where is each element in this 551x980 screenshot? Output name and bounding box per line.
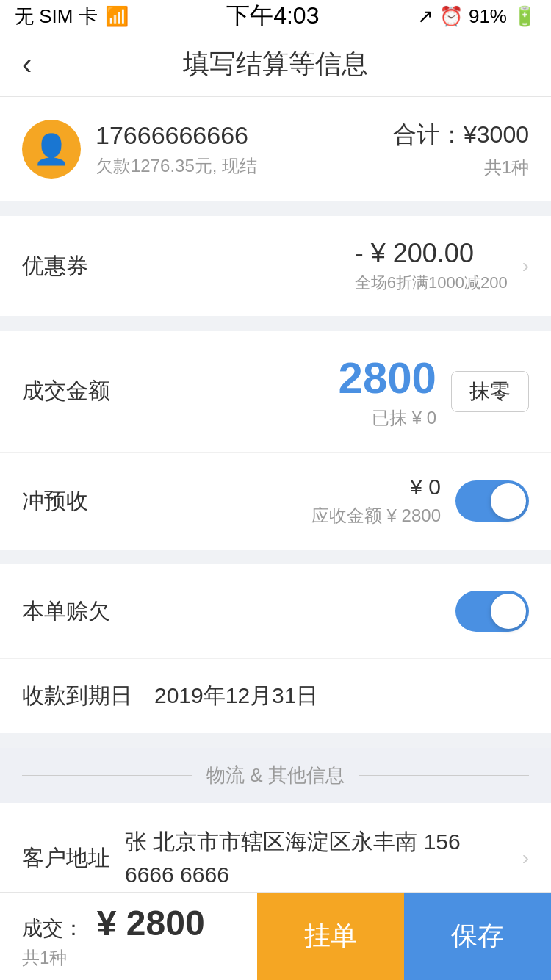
bottom-deal-line: 成交： ¥ 2800 [22,903,235,943]
coupon-row[interactable]: 优惠券 - ¥ 200.00 全场6折满1000减200 › [0,216,551,316]
back-button[interactable]: ‹ [22,48,66,81]
content: 👤 17666666666 欠款1276.35元, 现结 合计：¥3000 共1… [0,97,551,980]
prepay-toggle[interactable] [455,480,529,522]
duedate-value: 2019年12月31日 [154,681,318,711]
wifi-icon: 📶 [105,5,129,28]
divider-line-right [359,775,529,776]
prepay-row: 冲预收 ¥ 0 应收金额 ¥ 2800 [0,452,551,550]
status-time: 下午4:03 [226,0,319,32]
amount-value: 2800 [339,353,436,403]
page-title: 填写结算等信息 [183,46,368,82]
duedate-label: 收款到期日 [22,681,132,711]
hold-button[interactable]: 挂单 [257,893,404,981]
location-icon: ↗ [417,5,433,28]
bottom-summary: 成交： ¥ 2800 共1种 [0,903,257,970]
logistics-label: 物流 & 其他信息 [206,763,345,788]
save-button[interactable]: 保存 [404,893,551,981]
battery-icon: 🔋 [513,5,536,28]
status-bar: 无 SIM 卡 📶 下午4:03 ↗ ⏰ 91% 🔋 [0,0,551,32]
user-left: 👤 17666666666 欠款1276.35元, 现结 [22,120,257,179]
coupon-desc: 全场6折满1000减200 [355,272,508,294]
round-button[interactable]: 抹零 [451,371,529,412]
user-info: 17666666666 欠款1276.35元, 现结 [96,121,257,178]
coupon-discount: - ¥ 200.00 [355,238,508,269]
alarm-icon: ⏰ [439,5,463,28]
divider-line-left [22,775,192,776]
coupon-right: - ¥ 200.00 全场6折满1000减200 › [355,238,529,294]
address-label: 客户地址 [22,843,110,873]
sim-label: 无 SIM 卡 [15,4,98,29]
total-amount: 合计：¥3000 [393,119,529,151]
debt-section: 本单赊欠 收款到期日 2019年12月31日 [0,564,551,733]
battery-label: 91% [469,5,507,28]
prepay-receivable: 应收金额 ¥ 2800 [311,504,441,527]
amount-right: 2800 已抹 ¥ 0 抹零 [339,353,529,430]
user-right: 合计：¥3000 共1种 [393,119,529,179]
user-phone: 17666666666 [96,121,257,150]
logistics-divider: 物流 & 其他信息 [0,748,551,803]
user-debt: 欠款1276.35元, 现结 [96,154,257,178]
prepay-info: ¥ 0 应收金额 ¥ 2800 [311,475,441,527]
prepay-right: ¥ 0 应收金额 ¥ 2800 [311,475,529,527]
prepay-amount: ¥ 0 [311,475,441,500]
debt-toggle[interactable] [455,591,529,632]
duedate-row: 收款到期日 2019年12月31日 [0,658,551,733]
coupon-arrow-icon: › [522,254,529,278]
address-arrow-icon: › [522,846,529,870]
amount-row: 成交金额 2800 已抹 ¥ 0 抹零 [0,331,551,452]
debt-row: 本单赊欠 [0,564,551,658]
amount-label: 成交金额 [22,376,110,406]
bottom-bar: 成交： ¥ 2800 共1种 挂单 保存 [0,892,551,980]
user-card: 👤 17666666666 欠款1276.35元, 现结 合计：¥3000 共1… [0,97,551,201]
status-left: 无 SIM 卡 📶 [15,4,129,29]
total-count: 共1种 [393,156,529,179]
bottom-deal-amount: ¥ 2800 [97,904,205,943]
amount-sub: 已抹 ¥ 0 [339,406,436,430]
deal-amount-section: 成交金额 2800 已抹 ¥ 0 抹零 冲预收 ¥ 0 应收金额 ¥ 2800 [0,331,551,550]
debt-label: 本单赊欠 [22,597,110,627]
bottom-count: 共1种 [22,946,235,970]
nav-bar: ‹ 填写结算等信息 [0,32,551,97]
status-right: ↗ ⏰ 91% 🔋 [417,5,536,28]
prepay-label: 冲预收 [22,486,88,516]
coupon-label: 优惠券 [22,251,88,281]
avatar: 👤 [22,120,81,179]
address-value: 张 北京市市辖区海淀区永丰南 156 6666 6666 [125,825,508,891]
bottom-deal-label: 成交： [22,917,84,940]
